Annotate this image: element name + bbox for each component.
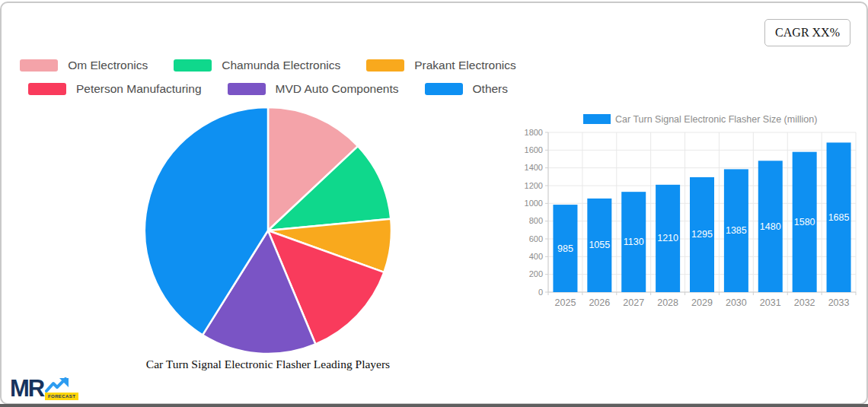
bar-value-label: 985 [557,243,573,254]
x-category-label: 2025 [555,297,576,308]
y-tick-label: 1600 [525,145,543,154]
cagr-badge: CAGR XX% [764,19,850,46]
y-tick-label: 1800 [525,128,543,137]
x-category-label: 2033 [828,297,850,308]
bar-chart-svg: Car Turn Signal Electronic Flasher Size … [519,110,868,316]
pie-legend: Om ElectronicsChamunda ElectronicsPrakan… [2,59,535,96]
legend-item-others[interactable]: Others [425,82,509,96]
y-tick-label: 400 [529,252,543,261]
y-tick-label: 1000 [525,199,543,208]
report-image: CAGR XX% Om ElectronicsChamunda Electron… [0,0,868,407]
x-category-label: 2027 [623,297,644,308]
legend-swatch [425,83,463,95]
bar-value-label: 1480 [760,221,781,232]
logo-brand-text: MR [10,377,43,400]
y-tick-label: 800 [529,216,543,225]
pie-legend-row: Peterson ManufacturingMVD Auto Component… [28,82,508,96]
legend-swatch [28,83,66,95]
legend-item-om-electronics[interactable]: Om Electronics [20,59,148,72]
y-tick-label: 1400 [525,163,543,172]
logo-badge-text: FORECAST [45,393,78,400]
y-tick-label: 600 [529,234,543,243]
bar-value-label: 1055 [589,240,610,250]
bar-value-label: 1210 [657,233,678,243]
brand-logo: MR FORECAST [10,377,78,402]
legend-swatch [20,59,58,72]
legend-item-peterson-manufacturing[interactable]: Peterson Manufacturing [28,82,202,96]
bar-value-label: 1685 [828,212,850,223]
cagr-label: CAGR XX% [775,26,840,39]
bar-value-label: 1580 [794,217,815,227]
legend-label: Peterson Manufacturing [76,82,202,96]
y-tick-label: 0 [538,288,543,297]
bar-value-label: 1385 [726,225,747,236]
legend-swatch [366,59,404,72]
bar-legend-swatch [583,114,611,124]
legend-label: Prakant Electronics [414,59,516,72]
bar-chart: Car Turn Signal Electronic Flasher Size … [519,110,868,316]
legend-label: MVD Auto Components [276,82,399,96]
legend-swatch [228,83,266,95]
y-tick-label: 200 [529,269,543,278]
bar-value-label: 1130 [624,237,644,247]
x-category-label: 2026 [589,297,610,308]
window-bottom-edge [0,404,868,407]
report-card: CAGR XX% Om ElectronicsChamunda Electron… [0,2,868,405]
pie-chart [142,105,394,356]
legend-item-prakant-electronics[interactable]: Prakant Electronics [366,59,516,72]
x-category-label: 2030 [726,297,747,308]
pie-legend-row: Om ElectronicsChamunda ElectronicsPrakan… [20,59,516,72]
legend-item-chamunda-electronics[interactable]: Chamunda Electronics [174,59,340,72]
y-tick-label: 1200 [525,181,543,190]
bar-legend-item[interactable]: Car Turn Signal Electronic Flasher Size … [583,114,817,125]
bar-value-label: 1295 [691,229,713,240]
legend-swatch [174,59,212,72]
legend-item-mvd-auto-components[interactable]: MVD Auto Components [228,82,399,96]
legend-label: Others [473,82,509,96]
legend-label: Chamunda Electronics [222,59,340,72]
pie-chart-title: Car Turn Signal Electronic Flasher Leadi… [59,358,477,371]
pie-chart-svg [142,105,394,356]
x-category-label: 2029 [691,297,713,308]
x-category-label: 2031 [760,297,781,308]
trend-arrow-icon [45,377,72,394]
bar-legend-label: Car Turn Signal Electronic Flasher Size … [615,114,817,125]
x-category-label: 2032 [794,297,815,308]
legend-label: Om Electronics [68,59,148,72]
x-category-label: 2028 [657,297,678,308]
